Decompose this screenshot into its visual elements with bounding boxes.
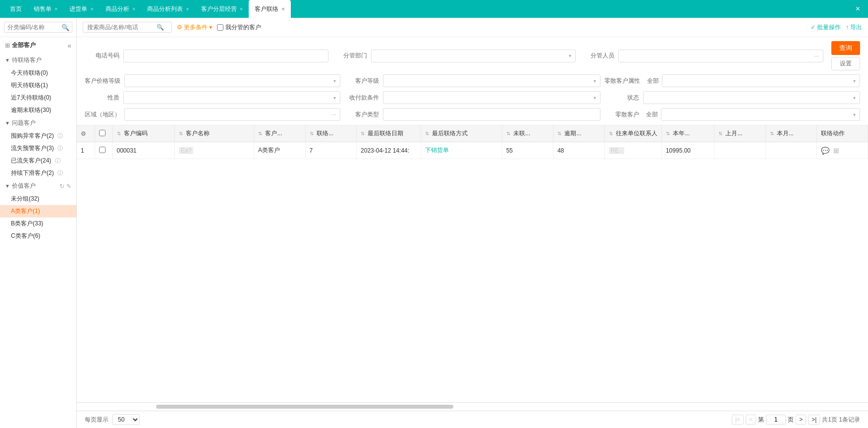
filter-person-input[interactable]: ···	[618, 50, 823, 62]
sort-overdue-icon[interactable]: ⇅	[557, 131, 561, 136]
qr-icon[interactable]: ⊞	[833, 147, 839, 155]
sidebar-item-tomorrow[interactable]: 明天待联络(1)	[0, 79, 76, 92]
last-contact-way-link[interactable]: 下销货单	[425, 147, 449, 154]
triangle-down-icon: ▼	[5, 57, 10, 63]
sort-contact-count-icon[interactable]: ⇅	[310, 131, 314, 136]
dots-icon-region[interactable]: ···	[331, 111, 336, 118]
sidebar-item-churned[interactable]: 已流失客户(24) ⓘ	[0, 155, 76, 167]
sort-this-year-icon[interactable]: ⇅	[666, 131, 670, 136]
filter-cust-level-select[interactable]: ▾	[383, 74, 600, 87]
analysis-list-label: 商品分析列表	[147, 5, 183, 13]
filter-field-payment: 收付款条件 ▾	[344, 91, 600, 104]
filter-status-select[interactable]: ▾	[643, 91, 860, 104]
batch-op-btn[interactable]: ✓ 批量操作	[811, 23, 841, 32]
nav-tab-analysis-list[interactable]: 商品分析列表 ×	[141, 0, 195, 18]
my-customers-checkbox[interactable]	[217, 24, 223, 31]
chevron-down-retail2-icon: ▾	[853, 112, 856, 117]
close-purchase-icon[interactable]: ×	[90, 6, 93, 12]
sidebar-item-b-class[interactable]: B类客户(33)	[0, 217, 76, 230]
page-input[interactable]	[766, 415, 786, 425]
sidebar-section-value[interactable]: ▼ 价值客户 ↻ ✎	[0, 179, 76, 193]
filter-field-cust-type: 客户类型	[344, 108, 600, 121]
filter-price-select[interactable]: ▾	[124, 74, 340, 87]
filter-region-label: 区域（地区）	[85, 110, 120, 119]
chat-icon[interactable]: 💬	[821, 147, 829, 155]
query-button[interactable]: 查询	[831, 41, 860, 55]
sort-uncontacted-icon[interactable]: ⇅	[506, 131, 510, 136]
filter-retail-attr-select[interactable]: ▾	[662, 74, 860, 87]
nav-tab-home[interactable]: 首页	[4, 0, 28, 18]
page-label: 第	[758, 416, 764, 424]
more-conditions-btn[interactable]: ⚙ 更多条件 ▾	[177, 23, 212, 32]
sort-last-date-icon[interactable]: ⇅	[361, 131, 365, 136]
horizontal-scrollbar[interactable]	[156, 405, 453, 409]
filter-region-input[interactable]: ···	[124, 108, 340, 121]
sidebar-search-icon[interactable]: 🔍	[61, 24, 69, 31]
chevron-down-payment-icon: ▾	[594, 95, 596, 101]
close-analysis-list-icon[interactable]: ×	[186, 6, 189, 12]
filter-payment-select[interactable]: ▾	[383, 91, 600, 104]
sort-last-month-icon[interactable]: ⇅	[718, 131, 722, 136]
action-buttons: 查询 设置	[831, 41, 860, 70]
select-all-checkbox[interactable]	[99, 130, 106, 136]
nav-tab-analysis[interactable]: 商品分析 ×	[100, 0, 141, 18]
sidebar-item-ungrouped[interactable]: 未分组(32)	[0, 193, 76, 205]
sidebar-item-churn-warning[interactable]: 流失预警客户(3) ⓘ	[0, 142, 76, 155]
close-customer-contact-icon[interactable]: ×	[281, 6, 284, 12]
chevron-down-icon: ▾	[209, 24, 212, 31]
sidebar-item-today[interactable]: 今天待联络(0)	[0, 67, 76, 79]
dots-icon-person[interactable]: ···	[814, 53, 819, 59]
sort-this-month-icon[interactable]: ⇅	[770, 131, 774, 136]
nav-tab-customer-tier[interactable]: 客户分层经营 ×	[195, 0, 249, 18]
sort-last-way-icon[interactable]: ⇅	[425, 131, 429, 136]
col-name-label: 客户名称	[186, 130, 210, 137]
sidebar-item-declining[interactable]: 持续下滑客户(2) ⓘ	[0, 167, 76, 179]
close-customer-tier-icon[interactable]: ×	[240, 6, 243, 12]
sort-cust-type-icon[interactable]: ⇅	[258, 131, 262, 136]
sidebar-section-problem[interactable]: ▼ 问题客户	[0, 116, 76, 130]
close-sales-icon[interactable]: ×	[54, 6, 57, 12]
sidebar-item-c-class[interactable]: C类客户(6)	[0, 230, 76, 242]
sort-company-contact-icon[interactable]: ⇅	[609, 131, 613, 136]
nav-tab-customer-contact[interactable]: 客户联络 ×	[249, 0, 290, 18]
close-analysis-icon[interactable]: ×	[132, 6, 135, 12]
row-checkbox[interactable]	[99, 147, 106, 153]
per-page-select[interactable]: 50 100 200	[112, 414, 140, 425]
filter-search-icon[interactable]: 🔍	[157, 24, 164, 31]
filter-field-retail-attr: 零散客户属性 全部 ▾	[604, 74, 860, 87]
export-icon: ↑	[846, 24, 849, 31]
prev-page-btn[interactable]: <	[746, 415, 756, 425]
sort-name-icon[interactable]: ⇅	[179, 131, 183, 136]
refresh-icon[interactable]: ↻	[59, 183, 64, 190]
chevron-down-retail-icon: ▾	[853, 78, 856, 84]
next-page-btn[interactable]: >	[796, 415, 806, 425]
sidebar-all-customers[interactable]: ⊞ 全部客户 «	[0, 37, 76, 54]
filter-dept-select[interactable]: ▾	[371, 50, 576, 62]
sidebar-item-a-class[interactable]: A类客户(1)	[0, 205, 76, 217]
col-contact-count-label: 联络...	[317, 130, 333, 137]
sidebar-section-pending[interactable]: ▼ 待联络客户	[0, 54, 76, 67]
sort-code-icon[interactable]: ⇅	[117, 131, 121, 136]
col-overdue: ⇅ 逾期...	[553, 125, 604, 142]
nav-tab-purchase[interactable]: 进货单 ×	[63, 0, 99, 18]
filter-search-input[interactable]	[87, 24, 157, 31]
sidebar-collapse-icon[interactable]: «	[67, 42, 71, 50]
sidebar-item-abnormal[interactable]: 囤购异常客户(2) ⓘ	[0, 130, 76, 142]
filter-retail-select[interactable]: ▾	[661, 108, 860, 121]
first-page-btn[interactable]: |<	[732, 415, 744, 425]
nav-tab-sales[interactable]: 销售单 ×	[28, 0, 63, 18]
last-page-btn[interactable]: >|	[808, 415, 820, 425]
export-btn[interactable]: ↑ 导出	[846, 23, 862, 32]
filter-phone-input[interactable]	[123, 50, 328, 62]
my-customers-checkbox-area: 我分管的客户	[217, 23, 261, 32]
settings-button[interactable]: 设置	[831, 57, 860, 70]
gear-icon[interactable]: ⚙	[81, 130, 86, 137]
cell-uncontacted: 55	[502, 142, 553, 159]
sidebar-item-7days[interactable]: 近7天待联络(0)	[0, 92, 76, 104]
filter-nature-select[interactable]: ▾	[123, 91, 340, 104]
action-icons: 💬 ⊞	[821, 147, 864, 155]
filter-cust-type-input[interactable]	[383, 108, 600, 121]
edit-icon[interactable]: ✎	[66, 183, 71, 190]
sidebar-item-overdue[interactable]: 逾期未联络(30)	[0, 104, 76, 116]
window-close-icon[interactable]: ×	[852, 4, 864, 13]
